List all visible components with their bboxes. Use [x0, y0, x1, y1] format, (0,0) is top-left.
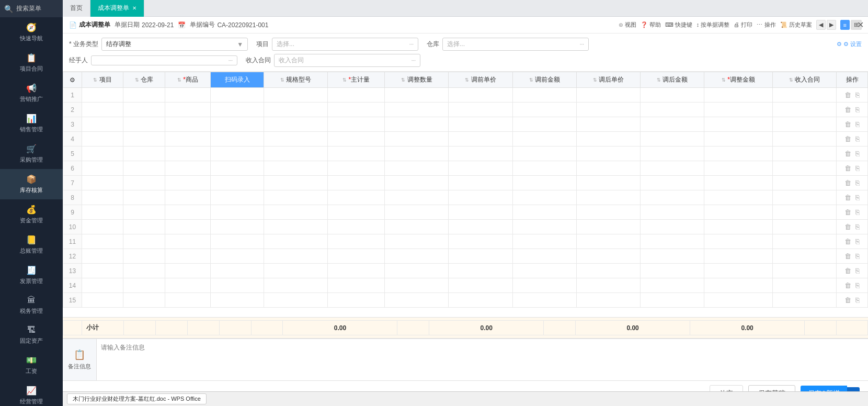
row-11-spec[interactable] [264, 234, 328, 249]
row-8-pre-amount[interactable] [512, 190, 576, 205]
row-13-post-price[interactable] [576, 264, 640, 278]
row-5-spec[interactable] [264, 146, 328, 161]
row-4-copy-icon[interactable]: ⎘ [855, 135, 860, 143]
row-7-post-amount[interactable] [640, 176, 704, 190]
row-11-unit[interactable] [328, 234, 385, 249]
row-8-post-price[interactable] [576, 190, 640, 205]
row-3-pre-amount[interactable] [512, 117, 576, 132]
row-1-pre-price[interactable] [449, 88, 512, 103]
row-4-project[interactable] [82, 132, 123, 146]
row-4-adj-amount[interactable] [704, 132, 773, 146]
row-3-project[interactable] [82, 117, 123, 132]
row-4-spec[interactable] [264, 132, 328, 146]
notes-input[interactable] [97, 339, 868, 380]
sidebar-item-salary[interactable]: 💵 工资 [0, 350, 63, 380]
row-3-post-price[interactable] [576, 117, 640, 132]
view-list-button[interactable]: ≡ [840, 20, 850, 30]
row-6-adj-qty[interactable] [385, 161, 449, 176]
warehouse-input[interactable]: 选择... ··· [442, 38, 589, 51]
toolbar-action-history[interactable]: 📜 历史草案 [780, 21, 812, 29]
row-6-income-contract[interactable] [772, 161, 836, 176]
row-5-scan[interactable] [211, 146, 264, 161]
row-5-adj-amount[interactable] [704, 146, 773, 161]
row-14-adj-amount[interactable] [704, 278, 773, 293]
row-1-goods[interactable] [165, 88, 211, 103]
row-2-income-contract[interactable] [772, 103, 836, 117]
row-12-adj-amount[interactable] [704, 249, 773, 264]
row-4-delete-icon[interactable]: 🗑 [844, 135, 851, 143]
row-12-pre-price[interactable] [449, 249, 512, 264]
row-3-spec[interactable] [264, 117, 328, 132]
row-13-spec[interactable] [264, 264, 328, 278]
row-11-scan[interactable] [211, 234, 264, 249]
sidebar-item-ledger[interactable]: 📒 总账管理 [0, 230, 63, 260]
row-2-project[interactable] [82, 103, 123, 117]
row-11-delete-icon[interactable]: 🗑 [844, 238, 851, 245]
business-type-input[interactable]: 结存调整 ▼ [101, 38, 248, 51]
row-7-delete-icon[interactable]: 🗑 [844, 179, 851, 187]
row-6-copy-icon[interactable]: ⎘ [855, 164, 860, 172]
row-14-delete-icon[interactable]: 🗑 [844, 281, 851, 289]
row-11-adj-qty[interactable] [385, 234, 449, 249]
row-13-pre-price[interactable] [449, 264, 512, 278]
row-1-unit[interactable] [328, 88, 385, 103]
row-2-delete-icon[interactable]: 🗑 [844, 106, 851, 114]
row-8-adj-qty[interactable] [385, 190, 449, 205]
row-7-post-price[interactable] [576, 176, 640, 190]
row-10-pre-amount[interactable] [512, 220, 576, 234]
row-9-warehouse[interactable] [123, 205, 165, 220]
tab-close-icon[interactable]: ✕ [132, 5, 136, 11]
row-6-post-amount[interactable] [640, 161, 704, 176]
row-6-scan[interactable] [211, 161, 264, 176]
row-2-post-amount[interactable] [640, 103, 704, 117]
row-8-pre-price[interactable] [449, 190, 512, 205]
row-12-pre-amount[interactable] [512, 249, 576, 264]
row-15-unit[interactable] [328, 293, 385, 308]
row-12-project[interactable] [82, 249, 123, 264]
row-11-copy-icon[interactable]: ⎘ [855, 238, 860, 245]
row-3-pre-price[interactable] [449, 117, 512, 132]
row-11-post-amount[interactable] [640, 234, 704, 249]
toolbar-action-shortcut[interactable]: ⌨ 快捷键 [665, 21, 692, 29]
row-10-project[interactable] [82, 220, 123, 234]
row-6-pre-amount[interactable] [512, 161, 576, 176]
row-8-delete-icon[interactable]: 🗑 [844, 194, 851, 201]
row-10-adj-amount[interactable] [704, 220, 773, 234]
row-3-scan[interactable] [211, 117, 264, 132]
row-7-adj-qty[interactable] [385, 176, 449, 190]
row-3-unit[interactable] [328, 117, 385, 132]
row-15-spec[interactable] [264, 293, 328, 308]
table-header-scan[interactable]: 扫码录入 [211, 72, 264, 88]
row-14-income-contract[interactable] [772, 278, 836, 293]
row-6-adj-amount[interactable] [704, 161, 773, 176]
row-10-warehouse[interactable] [123, 220, 165, 234]
row-14-copy-icon[interactable]: ⎘ [855, 281, 860, 289]
row-10-pre-price[interactable] [449, 220, 512, 234]
row-12-spec[interactable] [264, 249, 328, 264]
row-8-income-contract[interactable] [772, 190, 836, 205]
nav-next-button[interactable]: ▶ [827, 20, 836, 30]
row-15-pre-price[interactable] [449, 293, 512, 308]
sidebar-item-purchase-mgmt[interactable]: 🛒 采购管理 [0, 139, 63, 169]
row-13-warehouse[interactable] [123, 264, 165, 278]
row-14-unit[interactable] [328, 278, 385, 293]
row-10-post-price[interactable] [576, 220, 640, 234]
row-6-goods[interactable] [165, 161, 211, 176]
row-7-pre-amount[interactable] [512, 176, 576, 190]
row-14-project[interactable] [82, 278, 123, 293]
tab-home[interactable]: 首页 [63, 0, 90, 17]
row-13-adj-qty[interactable] [385, 264, 449, 278]
row-11-project[interactable] [82, 234, 123, 249]
row-3-copy-icon[interactable]: ⎘ [855, 120, 860, 128]
row-1-scan[interactable] [211, 88, 264, 103]
row-9-project[interactable] [82, 205, 123, 220]
row-8-adj-amount[interactable] [704, 190, 773, 205]
row-7-warehouse[interactable] [123, 176, 165, 190]
row-15-delete-icon[interactable]: 🗑 [844, 296, 851, 304]
row-15-warehouse[interactable] [123, 293, 165, 308]
row-11-pre-amount[interactable] [512, 234, 576, 249]
row-11-adj-amount[interactable] [704, 234, 773, 249]
row-10-income-contract[interactable] [772, 220, 836, 234]
sidebar-search[interactable]: 🔍 搜索菜单 [0, 0, 63, 17]
row-2-copy-icon[interactable]: ⎘ [855, 106, 860, 114]
